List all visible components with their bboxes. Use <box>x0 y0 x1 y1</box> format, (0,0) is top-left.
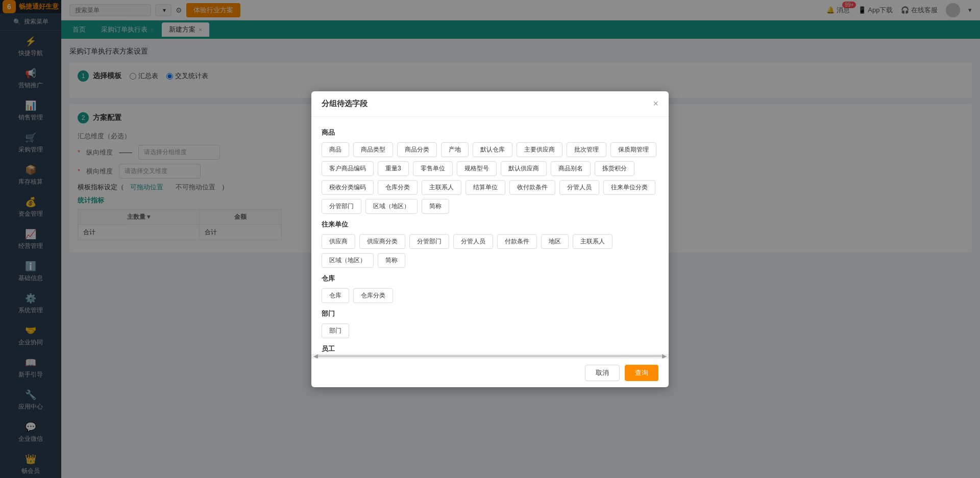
scroll-thumb[interactable] <box>318 355 662 357</box>
field-tag-default-supplier[interactable]: 默认供应商 <box>501 161 547 176</box>
field-tag-customer-product-code[interactable]: 客户商品编码 <box>322 161 374 176</box>
field-tag-payment-terms[interactable]: 收付款条件 <box>509 180 555 195</box>
modal-confirm-button[interactable]: 查询 <box>625 365 658 381</box>
field-tag-region[interactable]: 区域（地区） <box>365 199 418 214</box>
field-tag-tax-code[interactable]: 税收分类编码 <box>322 180 374 195</box>
field-tag-dept-supervisor[interactable]: 分管部门 <box>322 199 361 214</box>
field-tags-dept: 部门 <box>322 323 658 338</box>
field-tag-region2[interactable]: 地区 <box>541 234 569 249</box>
field-tag-product-type[interactable]: 商品类型 <box>353 142 393 157</box>
field-tag-weight3[interactable]: 重量3 <box>378 161 409 176</box>
field-select-modal: 分组待选字段 × 商品 商品 商品类型 商品分类 产地 默认仓库 主要供应商 批… <box>311 91 669 387</box>
field-tag-supervisor2[interactable]: 分管人员 <box>453 234 493 249</box>
group-title-product: 商品 <box>322 128 658 137</box>
modal-header: 分组待选字段 × <box>311 91 669 117</box>
group-title-warehouse: 仓库 <box>322 274 658 283</box>
field-tag-batch-mgmt[interactable]: 批次管理 <box>567 142 606 157</box>
modal-horizontal-scrollbar[interactable]: ◀ ▶ <box>311 354 669 358</box>
field-tag-warehouse-cat[interactable]: 仓库分类 <box>353 288 393 303</box>
field-group-warehouse: 仓库 仓库 仓库分类 <box>322 274 658 303</box>
modal-close-button[interactable]: × <box>653 98 658 109</box>
field-tag-origin[interactable]: 产地 <box>441 142 469 157</box>
modal-body: 商品 商品 商品类型 商品分类 产地 默认仓库 主要供应商 批次管理 保质期管理… <box>311 117 669 354</box>
field-tag-counterpart-category[interactable]: 往来单位分类 <box>603 180 655 195</box>
field-tag-supplier-category[interactable]: 供应商分类 <box>359 234 405 249</box>
field-tag-product[interactable]: 商品 <box>322 142 349 157</box>
field-tags-warehouse: 仓库 仓库分类 <box>322 288 658 303</box>
field-tag-pick-points[interactable]: 拣货积分 <box>595 161 634 176</box>
field-tag-abbr[interactable]: 简称 <box>422 199 449 214</box>
group-title-staff: 员工 <box>322 344 658 354</box>
field-tag-abbr2[interactable]: 简称 <box>378 253 405 268</box>
field-tags-product: 商品 商品类型 商品分类 产地 默认仓库 主要供应商 批次管理 保质期管理 客户… <box>322 142 658 214</box>
field-tag-retail-unit[interactable]: 零售单位 <box>413 161 453 176</box>
field-tag-product-category[interactable]: 商品分类 <box>397 142 437 157</box>
group-title-dept: 部门 <box>322 309 658 318</box>
modal-footer: 取消 查询 <box>311 358 669 387</box>
field-tag-dept-supervisor2[interactable]: 分管部门 <box>409 234 449 249</box>
field-tag-settlement-unit[interactable]: 结算单位 <box>465 180 505 195</box>
field-tag-main-contact[interactable]: 主联系人 <box>422 180 461 195</box>
field-tag-warehouse-category[interactable]: 仓库分类 <box>378 180 418 195</box>
field-tag-supplier[interactable]: 供应商 <box>322 234 355 249</box>
field-tag-product-alias[interactable]: 商品别名 <box>551 161 591 176</box>
modal-title: 分组待选字段 <box>322 99 368 109</box>
field-group-dept: 部门 部门 <box>322 309 658 338</box>
field-group-product: 商品 商品 商品类型 商品分类 产地 默认仓库 主要供应商 批次管理 保质期管理… <box>322 128 658 214</box>
field-tag-warehouse[interactable]: 仓库 <box>322 288 349 303</box>
field-tag-expiry-mgmt[interactable]: 保质期管理 <box>610 142 656 157</box>
field-tag-main-supplier[interactable]: 主要供应商 <box>517 142 562 157</box>
field-group-counterpart: 往来单位 供应商 供应商分类 分管部门 分管人员 付款条件 地区 主联系人 区域… <box>322 220 658 268</box>
field-tag-supervisor[interactable]: 分管人员 <box>559 180 599 195</box>
field-group-staff: 员工 业务员 <box>322 344 658 354</box>
field-tags-counterpart: 供应商 供应商分类 分管部门 分管人员 付款条件 地区 主联系人 区域（地区） … <box>322 234 658 268</box>
modal-cancel-button[interactable]: 取消 <box>585 365 620 381</box>
field-tag-payment-condition[interactable]: 付款条件 <box>497 234 537 249</box>
group-title-counterpart: 往来单位 <box>322 220 658 229</box>
field-tag-dept[interactable]: 部门 <box>322 323 349 338</box>
field-tag-area-region[interactable]: 区域（地区） <box>322 253 374 268</box>
field-tag-default-warehouse[interactable]: 默认仓库 <box>473 142 512 157</box>
field-tag-main-contact2[interactable]: 主联系人 <box>573 234 612 249</box>
field-tag-spec-model[interactable]: 规格型号 <box>457 161 497 176</box>
